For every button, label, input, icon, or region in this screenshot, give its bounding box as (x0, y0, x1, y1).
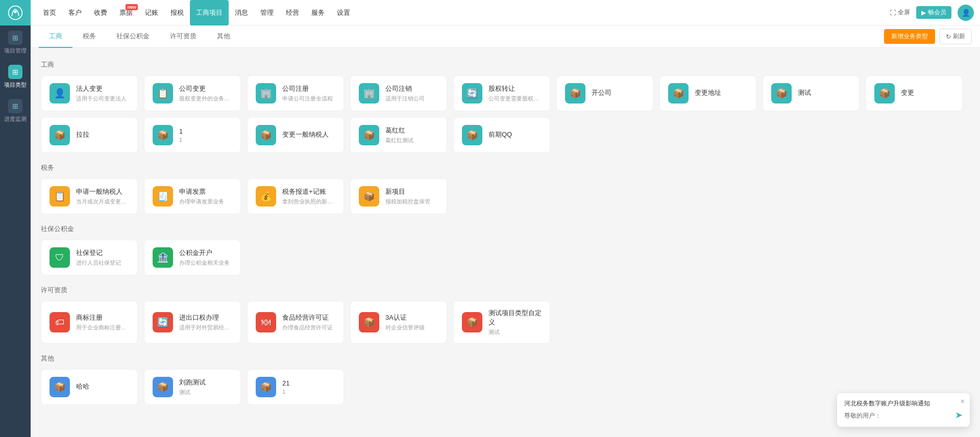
card-desc: 进行人员社保登记 (76, 259, 129, 267)
nav-management[interactable]: 管理 (254, 0, 280, 25)
member-icon: ▶ (921, 9, 926, 16)
card-xin-xiangmu[interactable]: 📦 新项目 报税加税控盘保管 (350, 178, 447, 214)
new-type-button[interactable]: 新增业务类型 (884, 29, 935, 44)
card-title: 公司变更 (179, 84, 232, 93)
new-badge: new (126, 4, 138, 10)
card-icon: 📦 (256, 125, 276, 145)
refresh-button[interactable]: ↻ 刷新 (939, 29, 972, 44)
card-icon: 🔄 (153, 312, 173, 332)
sidebar-item-project-type[interactable]: ⊞ 项目类型 (0, 60, 31, 94)
sidebar-item-progress-monitor[interactable]: ⊞ 进度监测 (0, 94, 31, 128)
card-ceshi-leixing[interactable]: 📦 测试项目类型自定义 测试 (453, 301, 550, 344)
card-shuiwu-baodao[interactable]: 💰 税务报道+记账 拿到营业执照的新公司 (247, 178, 344, 214)
card-icon: 📦 (359, 125, 379, 145)
sidebar: ⊞ 项目管理 ⊞ 项目类型 ⊞ 进度监测 (0, 0, 31, 437)
nav-customer[interactable]: 客户 (62, 0, 88, 25)
nav-home[interactable]: 首页 (37, 0, 62, 25)
card-shipin-jingying[interactable]: 🍽 食品经营许可证 办理食品经营许可证 (247, 301, 344, 344)
cards-row-gongshang: 👤 法人变更 适用于公司变更法人 📋 公司变更 股权变更外的业务变更 🏢 (41, 75, 970, 153)
card-desc: 葛红红测试 (385, 137, 438, 144)
card-liupao-ceshi[interactable]: 📦 刘跑测试 测试 (144, 369, 241, 405)
nav-operation[interactable]: 经营 (280, 0, 305, 25)
card-title: 拉拉 (76, 130, 129, 139)
tabs-bar: 工商 税务 社保公积金 许可资质 其他 新增业务类型 ↻ 刷新 (31, 25, 980, 48)
sidebar-item-project-mgmt[interactable]: ⊞ 项目管理 (0, 25, 31, 60)
card-ceshi[interactable]: 📦 测试 (763, 75, 860, 111)
tab-xuke[interactable]: 许可资质 (160, 25, 207, 48)
card-gongsi-zhuxiao[interactable]: 🏢 公司注销 适用于注销公司 (350, 75, 447, 111)
card-icon: 📦 (462, 312, 482, 332)
card-desc: 用于企业商标注册服务 (76, 324, 129, 331)
card-icon: 📦 (668, 83, 689, 104)
card-gongsi-biange[interactable]: 📋 公司变更 股权变更外的业务变更 (144, 75, 241, 111)
tab-shebao[interactable]: 社保公积金 (106, 25, 160, 48)
section-title-xuke: 许可资质 (41, 286, 970, 295)
card-desc: 当月或次月成变更完成 (76, 198, 129, 205)
section-title-gongshang: 工商 (41, 60, 970, 69)
scroll-content: 工商 👤 法人变更 适用于公司变更法人 📋 公司变更 股权变更外的业务变更 (31, 48, 980, 437)
card-jinchukouquan[interactable]: 🔄 进出口权办理 适用于对外贸易经营者 (144, 301, 241, 344)
card-qianqi-qq[interactable]: 📦 前期QQ (453, 117, 550, 153)
card-desc: 测试 (488, 328, 542, 336)
card-shebao-dengji[interactable]: 🛡 社保登记 进行人员社保登记 (41, 240, 138, 275)
card-lala[interactable]: 📦 拉拉 (41, 117, 138, 153)
member-btn[interactable]: ▶ 畅会员 (916, 6, 951, 19)
content-area: 工商 税务 社保公积金 许可资质 其他 新增业务类型 ↻ 刷新 工商 👤 (31, 25, 980, 437)
card-icon: 🏦 (153, 247, 173, 268)
sidebar-item-label: 项目类型 (4, 81, 27, 89)
card-icon: 📦 (359, 312, 379, 332)
card-shenqing-fapiao[interactable]: 🧾 申请发票 办理申请发票业务 (144, 178, 241, 214)
card-shenqing-納税[interactable]: 📋 申请一般纳税人 当月或次月成变更完成 (41, 178, 138, 214)
card-twentyone[interactable]: 📦 21 1 (247, 369, 344, 405)
card-biange-dizhi[interactable]: 📦 变更地址 (659, 75, 756, 111)
notif-close-button[interactable]: × (961, 397, 965, 405)
card-title: 申请一般纳税人 (76, 187, 129, 196)
topnav: 首页 客户 收费 票据 new 记账 报税 工商项目 消息 管理 经营 服务 设… (31, 0, 980, 25)
card-desc: 办理申请发票业务 (179, 198, 232, 205)
card-desc: 1 (179, 137, 232, 143)
card-gehonghong[interactable]: 📦 葛红红 葛红红测试 (350, 117, 447, 153)
nav-settings[interactable]: 设置 (331, 0, 356, 25)
nav-service[interactable]: 服务 (305, 0, 331, 25)
card-desc: 测试 (179, 389, 232, 396)
card-title: 变更地址 (695, 88, 748, 97)
card-3a-renzheng[interactable]: 📦 3A认证 对企业信誉评级 (350, 301, 447, 344)
card-icon: 🏷 (50, 312, 70, 332)
card-guquan-zhuanrang[interactable]: 🔄 股权转让 公司变更需要股权转让 (453, 75, 550, 111)
card-icon: 🧾 (153, 186, 173, 207)
nav-message[interactable]: 消息 (229, 0, 254, 25)
section-title-shebao: 社保公积金 (41, 224, 970, 234)
card-haha[interactable]: 📦 哈哈 (41, 369, 138, 405)
card-kai-gongsi[interactable]: 📦 开公司 (556, 75, 653, 111)
card-faren-biange[interactable]: 👤 法人变更 适用于公司变更法人 (41, 75, 138, 111)
cards-row-shuiwu: 📋 申请一般纳税人 当月或次月成变更完成 🧾 申请发票 办理申请发票业务 💰 (41, 178, 970, 214)
fullscreen-btn[interactable]: ⛶ 全屏 (890, 8, 910, 17)
card-biange2[interactable]: 📦 变更 (866, 75, 963, 111)
nav-billing[interactable]: 收费 (88, 0, 113, 25)
notification-popup: × 河北税务数字账户升级影响通知 尊敬的用户： ➤ (837, 393, 970, 427)
nav-ticket[interactable]: 票据 new (113, 0, 139, 25)
card-icon: 📦 (359, 186, 379, 207)
nav-biz-project[interactable]: 工商项目 (190, 0, 229, 25)
tab-gongshang[interactable]: 工商 (39, 25, 72, 48)
section-title-other: 其他 (41, 354, 970, 363)
card-title: 社保登记 (76, 248, 129, 258)
section-title-shuiwu: 税务 (41, 163, 970, 172)
card-title: 开公司 (592, 88, 645, 97)
project-mgmt-icon: ⊞ (8, 31, 22, 45)
nav-accounting[interactable]: 记账 (139, 0, 164, 25)
tab-shuiwu[interactable]: 税务 (72, 25, 106, 48)
avatar[interactable]: 👤 (958, 5, 974, 21)
card-biange-shuiren[interactable]: 📦 变更一般纳税人 (247, 117, 344, 153)
project-type-icon: ⊞ (8, 65, 22, 79)
card-one[interactable]: 📦 1 1 (144, 117, 241, 153)
fullscreen-icon: ⛶ (890, 9, 896, 16)
tab-other[interactable]: 其他 (207, 25, 240, 48)
card-gongsi-zhuce[interactable]: 🏢 公司注册 申请公司注册全流程 (247, 75, 344, 111)
card-shangbiao-zhuce[interactable]: 🏷 商标注册 用于企业商标注册服务 (41, 301, 138, 344)
card-gongjijin-kaihuo[interactable]: 🏦 公积金开户 办理公积金相关业务 (144, 240, 241, 275)
sidebar-logo (0, 0, 31, 25)
nav-tax[interactable]: 报税 (164, 0, 190, 25)
card-title: 测试 (798, 88, 851, 97)
card-icon: 📦 (462, 125, 482, 145)
